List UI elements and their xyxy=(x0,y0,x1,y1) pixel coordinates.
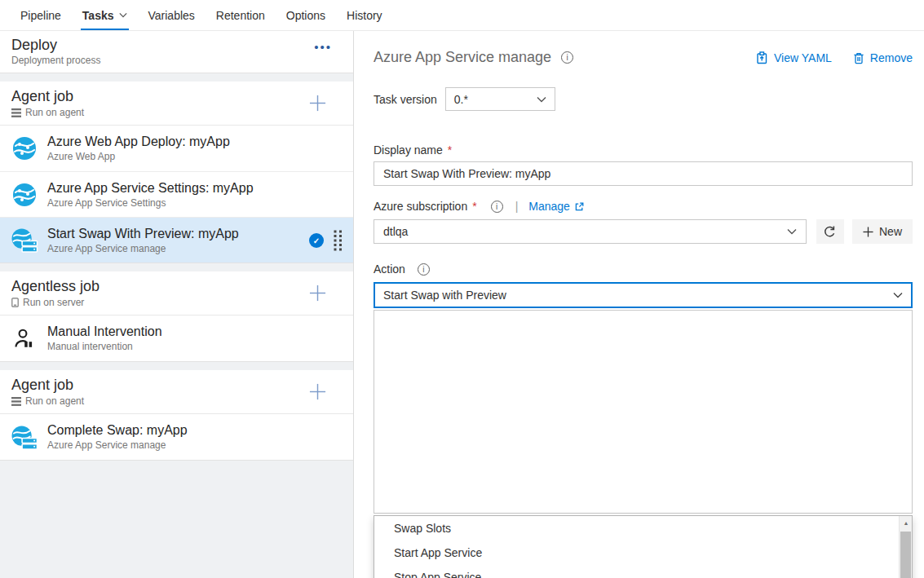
info-icon[interactable] xyxy=(561,51,573,64)
globe-server-icon xyxy=(10,425,39,450)
process-title: Deploy xyxy=(11,37,342,54)
chevron-down-icon xyxy=(537,96,546,103)
job-subtitle: Run on server xyxy=(23,297,84,308)
job-subtitle: Run on agent xyxy=(25,107,84,118)
task-row-manual-intervention[interactable]: Manual Intervention Manual intervention xyxy=(0,315,353,361)
display-name-label: Display name xyxy=(374,143,443,157)
job-title: Agent job xyxy=(11,377,342,394)
more-menu-icon[interactable] xyxy=(314,41,332,53)
info-icon[interactable] xyxy=(491,201,503,213)
nav-retention[interactable]: Retention xyxy=(216,0,265,30)
required-marker: * xyxy=(472,200,476,213)
server-stack-icon xyxy=(11,108,21,117)
azure-subscription-value: dtlqa xyxy=(383,225,787,238)
agent-job-group-1: Agent job Run on agent Azure Web App Dep… xyxy=(0,82,353,263)
nav-variables[interactable]: Variables xyxy=(148,0,195,30)
manage-link[interactable]: Manage xyxy=(528,200,584,213)
pipeline-tree-panel: Deploy Deployment process Agent job Run … xyxy=(0,31,354,578)
separator: | xyxy=(515,200,519,213)
task-subtitle: Azure Web App xyxy=(47,151,230,162)
job-title: Agentless job xyxy=(11,278,342,295)
action-dropdown-list: Swap Slots Start App Service Stop App Se… xyxy=(374,515,913,578)
refresh-icon xyxy=(823,225,837,239)
field-under-dropdown xyxy=(374,310,913,514)
deploy-process-header[interactable]: Deploy Deployment process xyxy=(0,31,353,73)
agentless-job-group: Agentless job Run on server Manual Inter… xyxy=(0,271,353,362)
view-yaml-label: View YAML xyxy=(774,51,832,64)
nav-options-label: Options xyxy=(286,9,325,22)
plus-icon xyxy=(863,227,873,237)
task-row-azure-web-app-deploy[interactable]: Azure Web App Deploy: myApp Azure Web Ap… xyxy=(0,126,353,171)
action-option-stop-app-service[interactable]: Stop App Service xyxy=(374,565,899,578)
task-title: Start Swap With Preview: myApp xyxy=(47,227,239,241)
drag-handle-icon[interactable] xyxy=(334,230,343,252)
process-subtitle: Deployment process xyxy=(11,55,342,66)
display-name-input[interactable] xyxy=(374,161,913,186)
task-subtitle: Azure App Service Settings xyxy=(47,197,254,209)
new-subscription-button[interactable]: New xyxy=(852,219,913,244)
task-version-value: 0.* xyxy=(454,93,537,106)
nav-history-label: History xyxy=(347,9,382,22)
azure-subscription-combobox[interactable]: dtlqa xyxy=(374,219,807,244)
task-title: Manual Intervention xyxy=(47,324,162,339)
action-combobox[interactable]: Start Swap with Preview xyxy=(374,282,913,308)
task-subtitle: Azure App Service manage xyxy=(47,439,188,451)
task-subtitle: Azure App Service manage xyxy=(47,243,239,254)
action-option-start-app-service[interactable]: Start App Service xyxy=(374,540,899,565)
add-task-icon[interactable] xyxy=(308,284,327,302)
task-row-azure-app-service-settings[interactable]: Azure App Service Settings: myApp Azure … xyxy=(0,171,353,217)
nav-tasks-label: Tasks xyxy=(82,9,114,22)
manage-link-label: Manage xyxy=(528,200,570,213)
nav-pipeline[interactable]: Pipeline xyxy=(20,0,61,30)
refresh-button[interactable] xyxy=(816,219,844,244)
job-title: Agent job xyxy=(11,88,342,105)
nav-history[interactable]: History xyxy=(347,0,382,30)
task-row-start-swap-with-preview[interactable]: Start Swap With Preview: myApp Azure App… xyxy=(0,217,353,263)
panel-background xyxy=(0,461,353,578)
chevron-down-icon xyxy=(119,12,127,18)
agent-job-header-2[interactable]: Agent job Run on agent xyxy=(0,370,353,414)
task-version-label: Task version xyxy=(374,93,437,106)
task-enabled-check-icon[interactable] xyxy=(309,233,324,248)
trash-icon xyxy=(853,51,864,64)
scroll-up-icon[interactable] xyxy=(900,516,913,529)
divider xyxy=(0,263,353,271)
task-title: Complete Swap: myApp xyxy=(47,423,188,438)
add-task-icon[interactable] xyxy=(308,94,327,113)
agentless-job-header[interactable]: Agentless job Run on server xyxy=(0,271,353,315)
nav-options[interactable]: Options xyxy=(286,0,325,30)
divider xyxy=(0,73,353,82)
person-pause-icon xyxy=(10,328,39,350)
task-title: Azure App Service Settings: myApp xyxy=(47,181,254,196)
chevron-down-icon xyxy=(787,228,797,235)
required-marker: * xyxy=(448,143,452,157)
azure-subscription-label: Azure subscription xyxy=(374,200,467,213)
task-version-select[interactable]: 0.* xyxy=(445,87,555,111)
dropdown-scrollbar[interactable] xyxy=(899,516,912,578)
device-icon xyxy=(11,298,19,307)
remove-button[interactable]: Remove xyxy=(853,51,913,64)
task-row-complete-swap[interactable]: Complete Swap: myApp Azure App Service m… xyxy=(0,414,353,460)
add-task-icon[interactable] xyxy=(308,382,327,401)
nav-retention-label: Retention xyxy=(216,9,265,22)
top-nav: Pipeline Tasks Variables Retention Optio… xyxy=(0,0,924,31)
remove-label: Remove xyxy=(870,51,913,64)
new-button-label: New xyxy=(879,225,902,238)
globe-network-icon xyxy=(10,135,39,161)
info-icon[interactable] xyxy=(418,263,430,276)
task-detail-title: Azure App Service manage xyxy=(374,49,551,66)
action-label: Action xyxy=(374,263,405,276)
nav-variables-label: Variables xyxy=(148,9,195,22)
action-option-swap-slots[interactable]: Swap Slots xyxy=(374,516,899,540)
task-detail-panel: Azure App Service manage View YAML Remov… xyxy=(354,31,924,578)
nav-pipeline-label: Pipeline xyxy=(20,9,61,22)
document-clipboard-icon xyxy=(756,51,768,64)
nav-tasks[interactable]: Tasks xyxy=(82,0,127,30)
chevron-down-icon xyxy=(893,292,903,298)
globe-network-icon xyxy=(10,182,39,208)
agent-job-header-1[interactable]: Agent job Run on agent xyxy=(0,82,353,126)
task-title: Azure Web App Deploy: myApp xyxy=(47,135,230,149)
scrollbar-thumb[interactable] xyxy=(900,532,911,578)
external-link-icon xyxy=(575,202,584,211)
view-yaml-button[interactable]: View YAML xyxy=(756,51,832,64)
